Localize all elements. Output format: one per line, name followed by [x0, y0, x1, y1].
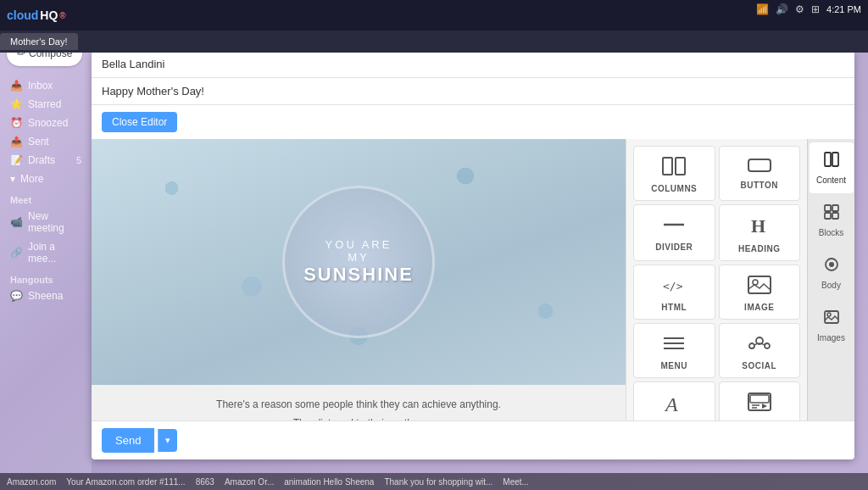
- tab-blocks[interactable]: Blocks: [810, 195, 854, 246]
- email-subject-value: Happy Mother's Day!: [102, 85, 204, 97]
- meet-label: Meet: [0, 188, 92, 207]
- close-editor-button[interactable]: Close Editor: [102, 112, 177, 132]
- images-tab-icon: [823, 309, 840, 330]
- taskbar-item-4[interactable]: animation Hello Sheena: [284, 477, 374, 487]
- apps-icon: ⊞: [811, 3, 820, 15]
- inbox-icon: 📥: [10, 80, 23, 92]
- tool-heading[interactable]: H HEADING: [719, 204, 801, 261]
- email-to-value: Bella Landini: [102, 58, 164, 70]
- email-image-banner: YOU ARE MY SUNSHINE: [92, 139, 626, 385]
- email-subject-row: Happy Mother's Day!: [92, 78, 854, 105]
- html-icon: </>: [662, 276, 686, 298]
- send-button[interactable]: Send: [102, 428, 154, 453]
- content-tab-label: Content: [816, 175, 846, 185]
- sidebar-item-snoozed[interactable]: ⏰ Snoozed: [0, 114, 92, 132]
- button-label: BUTTON: [741, 181, 778, 190]
- logo-hq: HQ: [40, 8, 58, 22]
- snooze-icon: ⏰: [10, 117, 23, 129]
- email-body-text-1: There's a reason some people think they …: [117, 398, 600, 410]
- tool-button[interactable]: BUTTON: [719, 146, 801, 201]
- sunshine-circle: YOU ARE MY SUNSHINE: [282, 186, 435, 338]
- blocks-tab-icon: [823, 203, 840, 225]
- tab-mothers-day[interactable]: Mother's Day!: [0, 33, 78, 50]
- bottom-taskbar: Amazon.com Your Amazon.com order #111...…: [0, 473, 868, 490]
- email-preview: YOU ARE MY SUNSHINE There's a reason som…: [92, 139, 626, 420]
- social-label: SOCIAL: [742, 361, 776, 370]
- tool-text[interactable]: A TEXT: [633, 381, 715, 420]
- social-icon: [748, 334, 771, 356]
- tool-social[interactable]: SOCIAL: [719, 323, 801, 378]
- heading-label: HEADING: [738, 244, 781, 253]
- tool-menu[interactable]: MENU: [633, 323, 715, 378]
- tab-content[interactable]: Content: [810, 142, 854, 193]
- sidebar-item-join-meeting[interactable]: 🔗 Join a mee...: [0, 237, 92, 268]
- heading-icon: H: [749, 215, 770, 239]
- menu-label: MENU: [661, 361, 687, 370]
- taskbar-item-1[interactable]: Your Amazon.com order #111...: [66, 477, 185, 487]
- images-tab-label: Images: [817, 333, 845, 342]
- image-icon: [748, 276, 771, 298]
- tool-video[interactable]: VIDEO: [719, 381, 801, 420]
- sidebar-item-more[interactable]: ▾ More: [0, 170, 92, 188]
- tab-bar: Mother's Day!: [0, 31, 868, 53]
- divider-icon: [662, 215, 686, 237]
- more-icon: ▾: [10, 173, 15, 185]
- tool-divider[interactable]: DIVIDER: [633, 204, 715, 261]
- svg-text:</>: </>: [663, 280, 683, 292]
- svg-point-7: [753, 280, 758, 285]
- svg-rect-24: [825, 213, 831, 219]
- editor-sidebar-tabs: Content Blocks: [807, 139, 854, 420]
- sidebar-item-starred[interactable]: ⭐ Starred: [0, 95, 92, 114]
- svg-text:H: H: [751, 215, 765, 236]
- sidebar-item-inbox[interactable]: 📥 Inbox: [0, 76, 92, 95]
- svg-rect-16: [750, 395, 769, 403]
- svg-rect-23: [832, 205, 838, 211]
- chat-icon: 💬: [10, 290, 23, 302]
- volume-icon: 🔊: [776, 3, 788, 15]
- sidebar-item-sent[interactable]: 📤 Sent: [0, 132, 92, 151]
- sidebar-item-drafts[interactable]: 📝 Drafts 5: [0, 151, 92, 170]
- taskbar-item-6[interactable]: Meet...: [503, 477, 529, 487]
- email-body-text-2: They listened to their mother.: [117, 417, 600, 420]
- columns-label: COLUMNS: [651, 184, 697, 193]
- tool-columns[interactable]: COLUMNS: [633, 146, 715, 201]
- svg-point-27: [829, 262, 834, 267]
- svg-rect-0: [663, 158, 672, 175]
- system-time: 4:21 PM: [826, 4, 861, 14]
- taskbar-item-0[interactable]: Amazon.com: [7, 477, 56, 487]
- logo-dot: ®: [59, 11, 65, 20]
- email-to-row: Bella Landini: [92, 51, 854, 78]
- top-bar: cloudHQ® 📶 🔊 ⚙ ⊞ 4:21 PM: [0, 0, 868, 31]
- svg-text:A: A: [664, 393, 678, 415]
- svg-point-12: [749, 343, 754, 348]
- svg-marker-19: [762, 404, 767, 409]
- svg-rect-20: [825, 153, 831, 166]
- wifi-icon: 📶: [756, 3, 769, 15]
- sidebar-item-sheena[interactable]: 💬 Sheena: [0, 287, 92, 305]
- sunshine-text-sunshine: SUNSHINE: [303, 264, 414, 286]
- settings-icon: ⚙: [795, 3, 804, 15]
- tab-images[interactable]: Images: [810, 300, 854, 351]
- body-tab-label: Body: [821, 281, 841, 290]
- svg-rect-22: [825, 205, 831, 211]
- taskbar-item-5[interactable]: Thank you for shopping wit...: [384, 477, 492, 487]
- svg-rect-1: [676, 158, 685, 175]
- app-logo: cloudHQ®: [7, 8, 66, 22]
- sidebar-item-new-meeting[interactable]: 📹 New meeting: [0, 207, 92, 237]
- body-tab-icon: [823, 256, 840, 277]
- taskbar-item-2[interactable]: 8663: [196, 477, 214, 487]
- divider-label: DIVIDER: [655, 242, 693, 252]
- tool-image[interactable]: IMAGE: [719, 264, 801, 320]
- columns-icon: [662, 157, 686, 179]
- svg-rect-21: [832, 153, 838, 166]
- tab-body[interactable]: Body: [810, 248, 854, 298]
- send-dropdown-button[interactable]: ▾: [158, 429, 177, 452]
- sent-icon: 📤: [10, 136, 23, 148]
- drafts-icon: 📝: [10, 154, 23, 166]
- star-icon: ⭐: [10, 98, 23, 110]
- svg-rect-25: [832, 213, 838, 219]
- taskbar-item-3[interactable]: Amazon Or...: [225, 477, 274, 487]
- hangouts-label: Hangouts: [0, 268, 92, 287]
- drafts-badge: 5: [76, 155, 81, 165]
- tool-html[interactable]: </> HTML: [633, 264, 715, 320]
